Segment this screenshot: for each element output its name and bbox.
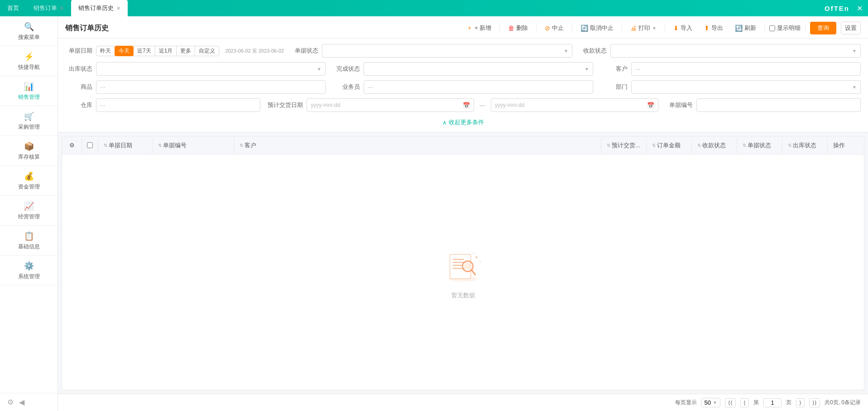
prev-page-button[interactable]: ⟨	[740, 398, 749, 407]
page-number-input[interactable]	[763, 398, 782, 407]
date-btn-yesterday[interactable]: 昨天	[96, 46, 115, 56]
salesperson-input[interactable]: ···	[364, 80, 593, 94]
divider-2	[536, 24, 537, 32]
th-amount[interactable]: ⇅ 订单金额	[647, 138, 692, 153]
import-button[interactable]: ⬇ 导入	[670, 22, 696, 34]
sidebar-item-system[interactable]: ⚙️ 系统管理	[0, 256, 58, 285]
department-filter-label: 部门	[600, 83, 628, 91]
th-outbound-label: 出库状态	[793, 141, 816, 150]
svg-point-9	[475, 256, 477, 258]
sort-payment-icon: ⇅	[697, 143, 701, 148]
sidebar-item-finance[interactable]: 💰 资金管理	[0, 166, 58, 196]
goods-filter-label: 商品	[65, 83, 92, 91]
th-bill[interactable]: ⇅ 单据状态	[737, 138, 782, 153]
sidebar-label-system: 系统管理	[18, 273, 40, 280]
sidebar-settings-icon[interactable]: ⚙	[7, 398, 14, 406]
th-customer[interactable]: ⇅ 客户	[234, 138, 601, 153]
inventory-icon: 📦	[24, 141, 34, 151]
sidebar-item-purchase-mgmt[interactable]: 🛒 采购管理	[0, 106, 58, 136]
complete-status-select[interactable]: ▼	[364, 62, 593, 76]
top-bar-right: OfTEn ✕	[825, 4, 868, 13]
tab-sales-order[interactable]: 销售订单 ✕	[26, 0, 71, 16]
tab-sales-order-history-close[interactable]: ✕	[116, 5, 120, 11]
sidebar-item-quick-nav[interactable]: ⚡ 快捷导航	[0, 46, 58, 76]
toolbar: ＋ + 新增 🗑 删除 ⊘ 中止 🔄 取消中止	[463, 22, 861, 34]
sidebar-collapse-icon[interactable]: ◀	[19, 398, 24, 406]
th-outbound[interactable]: ⇅ 出库状态	[782, 138, 828, 153]
settings-label: 设置	[845, 24, 857, 32]
display-cols-control[interactable]: 显示明细	[769, 24, 801, 32]
expected-date-to-input[interactable]: yyyy-mm-dd 📅	[491, 98, 658, 112]
content: 销售订单历史 ＋ + 新增 🗑 删除 ⊘ 中止 🔄	[58, 16, 868, 411]
search-button[interactable]: 查询	[810, 22, 836, 34]
sidebar-item-operations[interactable]: 📈 经营管理	[0, 196, 58, 226]
delete-icon: 🗑	[508, 24, 514, 32]
export-button[interactable]: ⬆ 导出	[700, 22, 727, 34]
outbound-status-select[interactable]: ▼	[96, 62, 326, 76]
delete-button[interactable]: 🗑 删除	[504, 22, 532, 34]
import-label: 导入	[681, 24, 692, 32]
sidebar-item-search-menu[interactable]: 🔍 搜索菜单	[0, 16, 58, 46]
print-dropdown-icon: ▼	[652, 26, 657, 31]
th-settings[interactable]: ⚙	[62, 138, 82, 152]
salesperson-dots-icon: ···	[368, 83, 373, 91]
divider-1	[499, 24, 500, 32]
new-button[interactable]: ＋ + 新增	[463, 22, 495, 34]
tab-home[interactable]: 首页	[0, 0, 26, 16]
warehouse-dots-icon: ···	[100, 102, 106, 109]
calendar-to-icon[interactable]: 📅	[647, 102, 654, 109]
sidebar-label-basic-info: 基础信息	[18, 243, 40, 251]
customer-input[interactable]: ···	[631, 62, 861, 76]
refresh-icon: 🔃	[735, 24, 743, 32]
refresh-button[interactable]: 🔃 刷新	[731, 22, 760, 34]
expected-date-from-input[interactable]: yyyy-mm-dd 📅	[307, 98, 474, 112]
th-checkbox[interactable]	[82, 139, 98, 152]
settings-gear-icon[interactable]: ⚙	[69, 142, 75, 149]
settings-button[interactable]: 设置	[841, 22, 861, 34]
department-arrow-icon: ▼	[852, 85, 857, 90]
cancel-stop-button[interactable]: 🔄 取消中止	[577, 22, 617, 34]
calendar-from-icon[interactable]: 📅	[463, 102, 470, 109]
sidebar-label-purchase-mgmt: 采购管理	[18, 123, 40, 131]
warehouse-input[interactable]: ···	[96, 98, 260, 112]
th-no[interactable]: ⇅ 单据编号	[153, 138, 234, 153]
date-btn-custom[interactable]: 自定义	[195, 46, 219, 56]
page-header: 销售订单历史 ＋ + 新增 🗑 删除 ⊘ 中止 🔄	[58, 16, 868, 39]
th-date[interactable]: ⇅ 单据日期	[98, 138, 153, 153]
filter-goods: 商品 ···	[65, 80, 326, 94]
sidebar-item-sales-mgmt[interactable]: 📊 销售管理	[0, 76, 58, 106]
date-btn-more[interactable]: 更多	[176, 46, 195, 56]
date-btn-7days[interactable]: 近7天	[133, 46, 155, 56]
date-filter-buttons: 昨天 今天 近7天 近1月 更多 自定义	[96, 46, 219, 56]
stop-label: 中止	[552, 24, 564, 32]
department-select[interactable]: ▼	[631, 80, 861, 94]
th-expected[interactable]: ⇅ 预计交货...	[601, 138, 647, 153]
tab-sales-order-close[interactable]: ✕	[60, 5, 64, 11]
sidebar-item-basic-info[interactable]: 📋 基础信息	[0, 226, 58, 256]
tab-sales-order-history[interactable]: 销售订单历史 ✕	[71, 0, 128, 16]
last-page-button[interactable]: ⟩⟩	[809, 398, 820, 407]
divider-5	[665, 24, 665, 32]
bill-no-input[interactable]	[696, 98, 861, 112]
next-page-button[interactable]: ⟩	[796, 398, 805, 407]
top-close-icon[interactable]: ✕	[857, 4, 863, 13]
page-size-select[interactable]: 50 ▼	[701, 398, 720, 407]
select-all-checkbox[interactable]	[87, 142, 93, 148]
filter-outbound-status: 出库状态 ▼	[65, 62, 326, 76]
date-btn-1month[interactable]: 近1月	[155, 46, 177, 56]
display-cols-checkbox[interactable]	[769, 25, 775, 31]
goods-input[interactable]: ···	[96, 80, 326, 94]
print-button[interactable]: 🖨 打印 ▼	[627, 22, 660, 34]
first-page-button[interactable]: ⟨⟨	[725, 398, 736, 407]
payment-status-select[interactable]: ▼	[610, 44, 861, 58]
sidebar-label-quick-nav: 快捷导航	[18, 63, 40, 71]
th-payment[interactable]: ⇅ 收款状态	[692, 138, 737, 153]
date-btn-today[interactable]: 今天	[115, 46, 134, 56]
sidebar-item-inventory[interactable]: 📦 库存核算	[0, 136, 58, 166]
stop-button[interactable]: ⊘ 中止	[541, 22, 567, 34]
filter-date: 单据日期 昨天 今天 近7天 近1月 更多 自定义 2023-06-02 至 2…	[65, 46, 284, 56]
customer-filter-label: 客户	[600, 65, 628, 73]
bill-status-select[interactable]: ▼	[322, 44, 572, 58]
collapse-bar[interactable]: ∧ 收起更多条件	[65, 116, 861, 126]
finance-icon: 💰	[24, 171, 34, 181]
